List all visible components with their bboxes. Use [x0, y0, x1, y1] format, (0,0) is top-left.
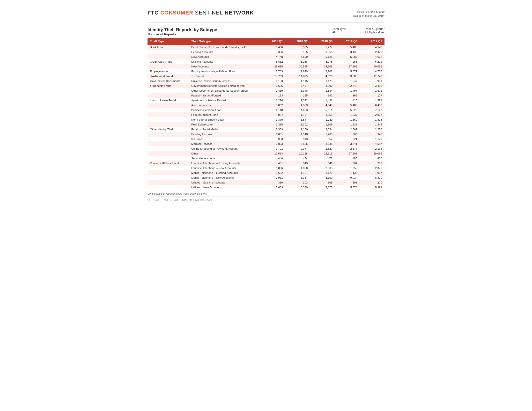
cell-theft-subtype: Insurance	[189, 137, 260, 141]
cell-theft-subtype: Utilities – Existing Accounts	[189, 180, 260, 185]
col-2019q1: 2019 Q1	[360, 38, 384, 45]
cell-theft-subtype: Government Benefits Applied For\Received	[189, 84, 260, 88]
col-theft-type: Theft Type	[148, 38, 189, 45]
cell-value: 6,606	[260, 84, 285, 88]
cell-theft-type	[148, 93, 189, 98]
cell-value: 2,554	[310, 127, 335, 132]
filter-type-value: All	[332, 31, 346, 34]
table-row: Credit Card FraudExisting Accounts8,8628…	[148, 59, 384, 64]
table-row: Real Estate Loan1,3351,3011,3091,2361,34…	[148, 122, 384, 127]
cell-theft-type	[148, 64, 189, 69]
cell-theft-type	[148, 112, 189, 117]
logo-consumer: CONSUMER	[160, 10, 193, 16]
cell-value: 4,548	[360, 45, 384, 50]
cell-value: 7,951	[260, 175, 285, 180]
cell-value: 2,377	[285, 146, 310, 151]
cell-value: 303	[335, 180, 360, 185]
cell-value: 993	[260, 137, 285, 141]
cell-value: 1,163	[260, 79, 285, 84]
table-row: Phone or Utilities FraudLandline Telepho…	[148, 161, 384, 166]
col-2018q4: 2018 Q4	[335, 38, 360, 45]
report-filters: Theft Type All Year & Quarter Multiple v…	[332, 27, 384, 34]
cell-value: 350	[260, 180, 285, 185]
col-2018q2: 2018 Q2	[285, 38, 310, 45]
cell-theft-subtype: Email or Social Media	[189, 127, 260, 132]
cell-theft-type: Tax-Related Fraud	[148, 74, 189, 79]
cell-value: 3,802	[260, 103, 285, 108]
cell-value: 28,695	[260, 64, 285, 69]
logo: FTC CONSUMER SENTINEL NETWORK	[148, 10, 254, 16]
cell-theft-subtype: Driver's License Issued\Forged	[189, 79, 260, 84]
logo-network: NETWORK	[225, 10, 254, 16]
table-row: Online Shopping or Payment Account2,7212…	[148, 146, 384, 151]
cell-value: 1,813	[360, 117, 384, 122]
cell-theft-subtype: Real Estate Loan	[189, 122, 260, 127]
cell-theft-type	[148, 54, 189, 59]
cell-theft-subtype: Apartment or House Rented	[189, 98, 260, 103]
cell-value: 1,888	[285, 166, 310, 170]
cell-theft-subtype: Other Government Documents Issued\Forged	[189, 88, 260, 93]
cell-theft-type	[148, 103, 189, 108]
cell-theft-type	[148, 156, 189, 161]
cell-value: 127	[360, 93, 384, 98]
footer-brand: FEDERAL TRADE COMMISSION • ftc.gov/explo…	[148, 199, 384, 201]
cell-value: 913	[285, 137, 310, 141]
cell-theft-subtype: Tax Fraud	[189, 74, 260, 79]
cell-value: 193	[310, 93, 335, 98]
cell-value: 1,124	[285, 170, 310, 175]
table-row: Non-Federal Student Loan1,3701,5471,7491…	[148, 117, 384, 122]
cell-value: 2,527	[310, 146, 335, 151]
cell-value: 343	[285, 161, 310, 166]
cell-value: 1,749	[310, 117, 335, 122]
table-row: Auto Loan\Lease3,8024,5834,9495,4836,458	[148, 103, 384, 108]
cell-value: 1,599	[360, 98, 384, 103]
cell-theft-type: Employment or	[148, 69, 189, 74]
table-row: Other Identity TheftEmail or Social Medi…	[148, 127, 384, 132]
header-row: Theft Type Theft Subtype 2018 Q1 2018 Q2…	[148, 38, 384, 45]
cell-theft-subtype: Auto Loan\Lease	[189, 103, 260, 108]
cell-value: 8,078	[310, 59, 335, 64]
cell-value: 7,703	[260, 69, 285, 74]
cell-value: 1,348	[285, 88, 310, 93]
cell-value: 401	[260, 161, 285, 166]
cell-value: 11,740	[360, 74, 384, 79]
cell-value: 5,403	[335, 45, 360, 50]
cell-theft-subtype: Mobile Telephone – New Accounts	[189, 175, 260, 180]
table-row: Government DocumentsDriver's License Iss…	[148, 79, 384, 84]
cell-value: 5,920	[335, 108, 360, 112]
cell-value: 7,147	[360, 108, 384, 112]
report-main-title: Identity Theft Reports by Subtype	[148, 27, 217, 32]
cell-theft-subtype: Existing Accounts	[189, 50, 260, 54]
cell-theft-type	[148, 175, 189, 180]
cell-value: 8,862	[260, 59, 285, 64]
cell-value: 1,309	[310, 122, 335, 127]
cell-value: 5,611	[310, 108, 335, 112]
cell-value: 1,469	[260, 88, 285, 93]
cell-value: 440	[260, 156, 285, 161]
table-row: Loan or Lease FraudApartment or House Re…	[148, 98, 384, 103]
cell-theft-subtype: Business\Personal Loan	[189, 108, 260, 112]
cell-value: 37,398	[335, 64, 360, 69]
cell-value: 2,073	[360, 112, 384, 117]
report-subtitle: Number of Reports	[148, 32, 217, 36]
cell-theft-type	[148, 141, 189, 146]
cell-theft-subtype: Passport Issued\Forged	[189, 93, 260, 98]
cell-value: 369	[310, 180, 335, 185]
bottom-divider	[148, 196, 384, 197]
top-divider	[148, 22, 384, 22]
table-row: Landline Telephone – New Accounts1,8661,…	[148, 166, 384, 170]
cell-value: 1,274	[260, 98, 285, 103]
logo-sentinel: SENTINEL	[195, 10, 223, 16]
table-row: or Benefits FraudGovernment Benefits App…	[148, 84, 384, 88]
cell-value: 1,866	[260, 166, 285, 170]
header-meta: Published April 8, 2019 (data as of Marc…	[352, 10, 384, 18]
filter-year-label: Year & Quarter	[365, 27, 384, 31]
cell-theft-type	[148, 137, 189, 141]
cell-value: 29,092	[360, 151, 384, 156]
cell-value: 162	[335, 93, 360, 98]
cell-theft-subtype: Evading the Law	[189, 132, 260, 137]
cell-theft-type: Loan or Lease Fraud	[148, 98, 189, 103]
cell-value: 4,699	[285, 54, 310, 59]
table-row: Mobile Telephone – Existing Accounts1,60…	[148, 170, 384, 175]
cell-value: 18,709	[260, 74, 285, 79]
